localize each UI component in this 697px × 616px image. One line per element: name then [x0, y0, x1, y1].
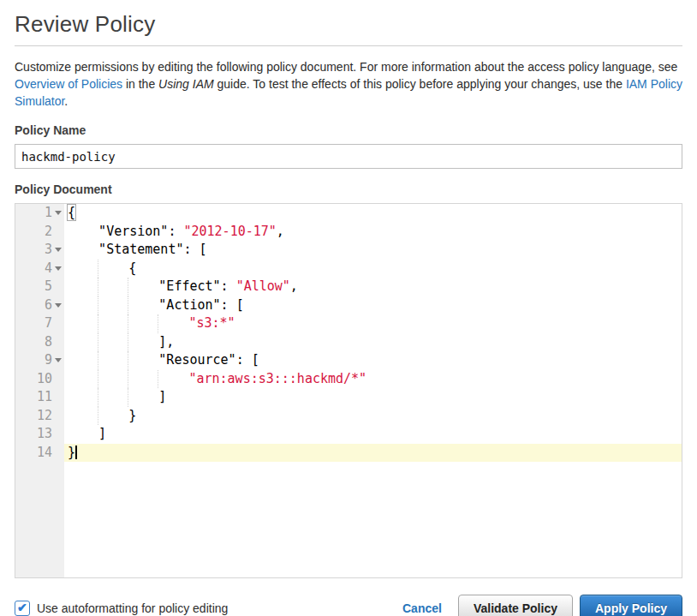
- intro-text-segment: .: [64, 94, 68, 108]
- line-number: 1: [15, 204, 64, 223]
- fold-toggle-icon[interactable]: [55, 303, 62, 308]
- overview-of-policies-link[interactable]: Overview of Policies: [15, 77, 122, 91]
- policy-name-label: Policy Name: [15, 123, 682, 137]
- line-number: 6: [15, 296, 64, 315]
- action-buttons: Cancel Validate Policy Apply Policy: [402, 595, 682, 616]
- line-number: 13: [15, 425, 64, 444]
- autoformat-option[interactable]: Use autoformatting for policy editing: [15, 601, 228, 616]
- review-policy-page: Review Policy Customize permissions by e…: [0, 0, 697, 616]
- policy-document-label: Policy Document: [15, 182, 682, 196]
- line-number: 2: [15, 223, 64, 242]
- code-line: ],: [64, 333, 682, 352]
- code-line: }: [64, 407, 682, 426]
- code-line: "Resource": [: [64, 351, 682, 370]
- line-number: 3: [15, 241, 64, 260]
- autoformat-label: Use autoformatting for policy editing: [37, 601, 228, 615]
- code-line: {: [64, 204, 682, 223]
- fold-toggle-icon[interactable]: [55, 211, 62, 215]
- line-number: 14: [15, 444, 64, 463]
- code-line: ]: [64, 425, 682, 444]
- editor-gutter: 1234567891011121314: [15, 204, 64, 577]
- policy-name-input[interactable]: [15, 144, 682, 169]
- line-number: 12: [15, 407, 64, 426]
- apply-policy-button[interactable]: Apply Policy: [580, 595, 682, 616]
- autoformat-checkbox[interactable]: [15, 601, 30, 616]
- line-number: 11: [15, 388, 64, 407]
- fold-toggle-icon[interactable]: [55, 358, 62, 362]
- validate-policy-button[interactable]: Validate Policy: [458, 595, 573, 616]
- code-line: "Statement": [: [64, 241, 682, 260]
- intro-text-segment: Customize permissions by editing the fol…: [15, 60, 677, 74]
- editor-code: {"Version": "2012-10-17","Statement": [{…: [64, 204, 682, 577]
- code-line: "s3:*": [64, 314, 682, 333]
- fold-toggle-icon[interactable]: [55, 248, 62, 252]
- code-line: "Effect": "Allow",: [64, 278, 682, 296]
- line-number: 4: [15, 260, 64, 278]
- fold-toggle-icon[interactable]: [55, 266, 62, 271]
- code-line: "arn:aws:s3:::hackmd/*": [64, 370, 682, 389]
- footer-bar: Use autoformatting for policy editing Ca…: [15, 595, 682, 616]
- cancel-link[interactable]: Cancel: [402, 601, 442, 615]
- title-divider: [15, 45, 682, 46]
- code-line: {: [64, 260, 682, 278]
- line-number: 7: [15, 314, 64, 333]
- intro-italic-text: Using IAM: [158, 77, 214, 91]
- policy-document-editor[interactable]: 1234567891011121314 {"Version": "2012-10…: [15, 203, 682, 578]
- code-line: "Action": [: [64, 296, 682, 315]
- code-line: "Version": "2012-10-17",: [64, 223, 682, 242]
- line-number: 9: [15, 351, 64, 370]
- intro-text: Customize permissions by editing the fol…: [15, 58, 682, 110]
- intro-text-segment: guide. To test the effects of this polic…: [214, 77, 626, 91]
- page-title: Review Policy: [15, 0, 682, 38]
- intro-text-segment: in the: [122, 77, 158, 91]
- code-line: }: [64, 444, 682, 463]
- line-number: 10: [15, 370, 64, 389]
- code-line: ]: [64, 388, 682, 407]
- line-number: 5: [15, 278, 64, 296]
- text-cursor: [75, 446, 77, 459]
- line-number: 8: [15, 333, 64, 352]
